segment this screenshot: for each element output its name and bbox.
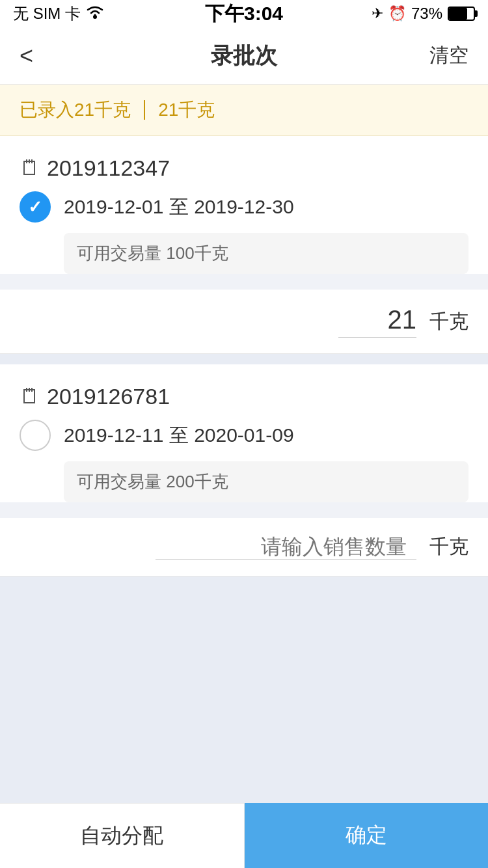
status-bar: 无 SIM 卡 下午3:04 ✈ ⏰ 73% bbox=[0, 0, 488, 27]
status-right: ✈ ⏰ 73% bbox=[372, 5, 475, 23]
batch1-date: 2019-12-01 至 2019-12-30 bbox=[64, 194, 294, 221]
summary-recorded: 已录入21千克 bbox=[20, 98, 131, 122]
section-divider-1 bbox=[0, 354, 488, 364]
batch2-unit: 千克 bbox=[429, 534, 468, 560]
back-button[interactable]: < bbox=[20, 42, 59, 70]
page-title: 录批次 bbox=[211, 41, 277, 71]
summary-total: 21千克 bbox=[158, 98, 215, 122]
batch2-radio[interactable] bbox=[20, 420, 51, 451]
batch1-id: 2019112347 bbox=[47, 156, 170, 181]
batch1-radio[interactable] bbox=[20, 191, 51, 223]
clear-button[interactable]: 清空 bbox=[429, 42, 468, 69]
battery-icon bbox=[448, 7, 475, 21]
batch1-unit: 千克 bbox=[429, 308, 468, 335]
batch1-header: 🗒 2019112347 bbox=[20, 156, 468, 181]
batch1-qty-value[interactable]: 21 bbox=[388, 305, 417, 334]
wifi-icon bbox=[86, 5, 104, 23]
batch2-date: 2019-12-11 至 2020-01-09 bbox=[64, 422, 294, 449]
batch1-quantity-row: 21 千克 bbox=[0, 290, 488, 354]
battery-percent: 73% bbox=[411, 5, 442, 23]
confirm-button[interactable]: 确定 bbox=[245, 803, 489, 868]
batch2-available: 可用交易量 200千克 bbox=[64, 461, 468, 502]
batch2-input-underline bbox=[156, 535, 416, 560]
batch2-input-row: 千克 bbox=[0, 518, 488, 576]
batch1-card: 🗒 2019112347 2019-12-01 至 2019-12-30 可用交… bbox=[0, 136, 488, 274]
summary-divider bbox=[144, 100, 145, 120]
batch2-card: 🗒 2019126781 2019-12-11 至 2020-01-09 可用交… bbox=[0, 364, 488, 502]
bottom-bar: 自动分配 确定 bbox=[0, 803, 488, 868]
batch1-available: 可用交易量 100千克 bbox=[64, 233, 468, 274]
carrier-label: 无 SIM 卡 bbox=[13, 3, 81, 24]
auto-distribute-button[interactable]: 自动分配 bbox=[0, 803, 245, 868]
batch2-qty-input[interactable] bbox=[156, 535, 416, 559]
status-left: 无 SIM 卡 bbox=[13, 3, 104, 24]
batch2-icon: 🗒 bbox=[20, 385, 40, 409]
batch2-row[interactable]: 2019-12-11 至 2020-01-09 bbox=[20, 420, 468, 451]
batch2-id: 2019126781 bbox=[47, 384, 170, 409]
alarm-icon: ⏰ bbox=[388, 5, 406, 22]
nav-bar: < 录批次 清空 bbox=[0, 27, 488, 85]
location-icon: ✈ bbox=[372, 5, 383, 22]
batch2-header: 🗒 2019126781 bbox=[20, 384, 468, 409]
svg-point-0 bbox=[93, 15, 97, 19]
batch1-icon: 🗒 bbox=[20, 156, 40, 180]
batch1-qty-underline: 21 bbox=[338, 305, 416, 338]
batch1-row[interactable]: 2019-12-01 至 2019-12-30 bbox=[20, 191, 468, 223]
status-time: 下午3:04 bbox=[205, 1, 283, 27]
summary-banner: 已录入21千克 21千克 bbox=[0, 85, 488, 136]
